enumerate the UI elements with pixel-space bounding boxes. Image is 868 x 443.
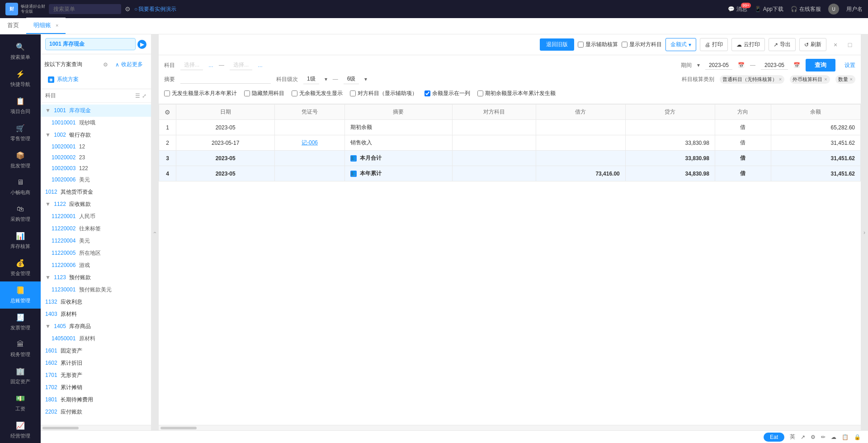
cell-voucher[interactable]: 记-006: [275, 135, 344, 151]
tree-node-1801[interactable]: 1801 长期待摊费用: [41, 394, 151, 406]
calendar-end-icon[interactable]: 📅: [793, 62, 800, 68]
status-settings-icon[interactable]: ⚙: [811, 434, 816, 440]
settings-icon[interactable]: ⚙: [125, 5, 131, 13]
cb-balance-one-col[interactable]: 余额显示在一列: [425, 90, 470, 97]
query-button[interactable]: 查询: [806, 59, 835, 71]
table-bottom-scroll[interactable]: [159, 425, 861, 430]
sidebar-item-search[interactable]: 🔍 搜索菜单: [0, 38, 41, 65]
status-clipboard-icon[interactable]: 📋: [842, 434, 849, 440]
export-button[interactable]: ↗ 导出: [769, 38, 796, 51]
sidebar-item-salary[interactable]: 💵 工资: [0, 390, 41, 417]
tree-expand-icon[interactable]: ⤢: [142, 93, 146, 99]
tree-node-1132[interactable]: 1132 应收利息: [41, 296, 151, 308]
tree-node-14050001[interactable]: 14050001 原材料: [41, 333, 151, 345]
right-panel-toggle[interactable]: ›: [861, 34, 868, 430]
sidebar-item-project[interactable]: 📋 项目合同: [0, 92, 41, 119]
account-selector[interactable]: 1001 库存现金: [45, 38, 136, 50]
tree-node-10020003[interactable]: 10020003 122: [41, 163, 151, 174]
eat-button[interactable]: Eat: [764, 433, 784, 442]
status-lang-icon[interactable]: 英: [790, 433, 795, 441]
tree-node-1001[interactable]: ▼ 1001 库存现金: [41, 105, 151, 117]
level-end-chevron-icon[interactable]: ▾: [364, 76, 367, 82]
query-settings-icon[interactable]: ⚙: [103, 62, 108, 68]
back-old-button[interactable]: 退回旧版: [540, 38, 574, 51]
demo-link[interactable]: ○我要看实例演示: [134, 5, 176, 13]
level-end-input[interactable]: 6级: [344, 74, 359, 84]
cb-opposite-subject[interactable]: 对方科目（显示辅助项）: [350, 90, 417, 97]
app-download-button[interactable]: 📱 App下载: [755, 5, 783, 13]
sidebar-item-inventory[interactable]: 📊 库存核算: [0, 227, 41, 254]
sidebar-item-invoice[interactable]: 🧾 发票管理: [0, 309, 41, 336]
subject-input[interactable]: 选择...: [180, 60, 203, 70]
tree-node-2202[interactable]: 2202 应付账款: [41, 406, 151, 418]
period-start-input[interactable]: 2023-05: [705, 61, 732, 70]
level-chevron-icon[interactable]: ▾: [325, 76, 327, 82]
tree-node-1601[interactable]: 1601 固定资产: [41, 345, 151, 357]
refresh-button[interactable]: ↺ 刷新: [799, 38, 826, 51]
subject-end-input[interactable]: 选择...: [230, 60, 252, 70]
tree-node-1012[interactable]: 1012 其他货币资金: [41, 186, 151, 198]
tag-normal-close[interactable]: ×: [779, 76, 782, 82]
summary-input[interactable]: [180, 75, 271, 84]
status-edit-icon[interactable]: ✏: [821, 434, 826, 440]
tree-node-11220002[interactable]: 11220002 往来标签: [41, 223, 151, 235]
sidebar-item-ecommerce[interactable]: 🖥 小畅电商: [0, 174, 41, 200]
settings-link[interactable]: 设置: [844, 62, 855, 69]
th-settings[interactable]: ⚙: [159, 105, 176, 120]
tree-node-10020001[interactable]: 10020001 12: [41, 141, 151, 152]
tree-node-11220001[interactable]: 11220001 人民币: [41, 210, 151, 223]
cb-no-amount[interactable]: 无发生额显示本月本年累计: [164, 90, 237, 97]
tree-node-1602[interactable]: 1602 累计折旧: [41, 357, 151, 369]
tree-node-11220006[interactable]: 11220006 游戏: [41, 259, 151, 272]
show-auxiliary-checkbox[interactable]: 显示辅助核算: [578, 41, 618, 48]
online-service-button[interactable]: 🎧 在线客服: [791, 5, 821, 13]
nav-arrow-button[interactable]: ▶: [137, 40, 146, 49]
sidebar-item-assets[interactable]: 🏢 固定资产: [0, 362, 41, 390]
status-arrow-icon[interactable]: ↗: [801, 434, 805, 440]
tab-detail[interactable]: 明细账 ×: [26, 18, 66, 34]
tree-node-1405[interactable]: ▼ 1405 库存商品: [41, 320, 151, 333]
level-start-input[interactable]: 1级: [303, 74, 319, 84]
tree-node-1123[interactable]: ▼ 1123 预付账款: [41, 272, 151, 284]
tree-node-1403[interactable]: 1403 原材料: [41, 308, 151, 320]
tag-foreign-close[interactable]: ×: [824, 76, 827, 82]
tree-node-10020002[interactable]: 10020002 23: [41, 152, 151, 163]
tree-node-10020006[interactable]: 10020006 美元: [41, 174, 151, 186]
period-end-input[interactable]: 2023-05: [761, 61, 788, 70]
tree-node-11220004[interactable]: 11220004 美元: [41, 235, 151, 247]
account-tree[interactable]: ▼ 1001 库存现金 10010001 现钞哦 ▼ 1002 银行存款 1: [41, 103, 151, 425]
tree-node-1122[interactable]: ▼ 1122 应收账款: [41, 198, 151, 210]
panel-toggle[interactable]: ‹: [151, 34, 159, 430]
sidebar-item-ledger[interactable]: 📒 总账管理: [0, 281, 41, 309]
tab-close-icon[interactable]: ×: [56, 23, 58, 28]
search-input[interactable]: [49, 4, 121, 14]
tree-node-11230001[interactable]: 11230001 预付账款美元: [41, 284, 151, 296]
tab-home[interactable]: 首页: [0, 18, 26, 34]
tree-node-10010001[interactable]: 10010001 现钞哦: [41, 117, 151, 129]
tree-node-1701[interactable]: 1701 无形资产: [41, 369, 151, 381]
cb-opening-balance[interactable]: 期初余额显示本年累计发生额: [477, 90, 556, 97]
close-button[interactable]: ×: [830, 39, 841, 50]
sidebar-item-wholesale[interactable]: 📦 批发管理: [0, 147, 41, 174]
left-panel-scroll[interactable]: [41, 425, 151, 430]
status-lock-icon[interactable]: 🔒: [854, 434, 861, 440]
subject-more-icon[interactable]: …: [208, 62, 213, 68]
user-avatar[interactable]: U: [828, 4, 839, 14]
tag-quantity-close[interactable]: ×: [850, 76, 853, 82]
sidebar-item-purchase[interactable]: 🛍 采购管理: [0, 200, 41, 227]
cb-no-balance[interactable]: 无余额无发生显示: [292, 90, 343, 97]
sidebar-item-quicknav[interactable]: ⚡ 快捷导航: [0, 65, 41, 92]
sidebar-item-tax[interactable]: 🏛 税务管理: [0, 336, 41, 362]
period-chevron-icon[interactable]: ▾: [697, 62, 700, 68]
cb-hide-disabled[interactable]: 隐藏禁用科目: [244, 90, 284, 97]
cloud-print-button[interactable]: ☁ 云打印: [731, 38, 765, 51]
subject-end-more-icon[interactable]: …: [258, 62, 263, 68]
tree-list-icon[interactable]: ☰: [135, 93, 140, 99]
tree-node-1702[interactable]: 1702 累计摊销: [41, 381, 151, 394]
sidebar-item-management[interactable]: 📈 经营管理: [0, 417, 41, 443]
status-cloud-icon[interactable]: ☁: [831, 434, 836, 440]
print-button[interactable]: 🖨 打印: [700, 38, 728, 51]
maximize-button[interactable]: □: [844, 39, 855, 50]
message-button[interactable]: 💬 消息 99+: [728, 5, 747, 13]
sidebar-item-funds[interactable]: 💰 资金管理: [0, 254, 41, 281]
